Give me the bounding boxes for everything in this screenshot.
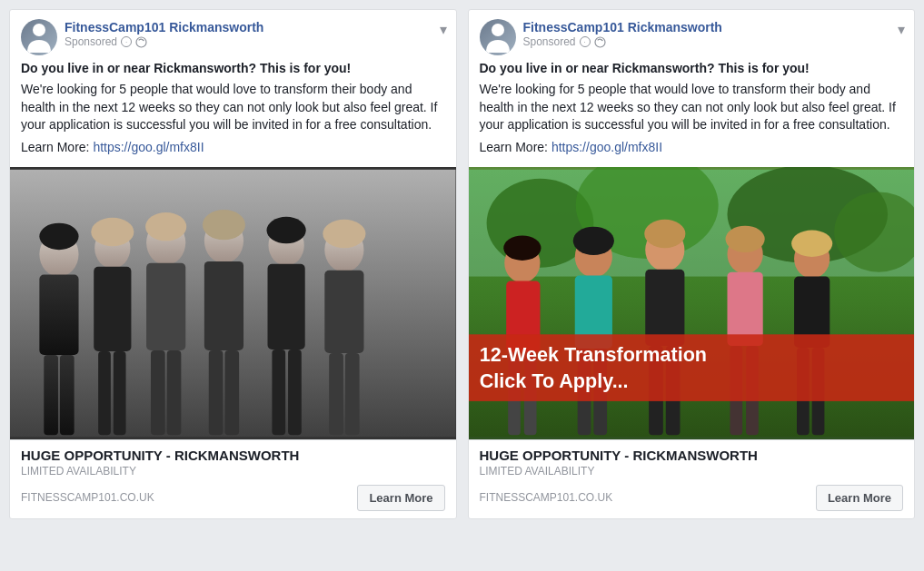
domain-2: FITNESSCAMP101.CO.UK: [480, 491, 613, 504]
footer-title-2: HUGE OPPORTUNITY - RICKMANSWORTH: [480, 448, 904, 463]
ad-card-1: FitnessCamp101 Rickmansworth Sponsored ·…: [9, 9, 457, 519]
svg-point-52: [644, 220, 685, 248]
color-group-svg: 12-Week Transformation Click To Apply...: [469, 167, 915, 439]
svg-point-33: [492, 24, 504, 36]
svg-point-30: [203, 210, 245, 240]
footer-title-1: HUGE OPPORTUNITY - RICKMANSWORTH: [21, 448, 445, 463]
sponsored-icon-2: ·: [580, 36, 591, 47]
ad-text-2: We're looking for 5 people that would lo…: [480, 81, 904, 134]
ad-header-2: FitnessCamp101 Rickmansworth Sponsored ·…: [469, 10, 915, 61]
svg-rect-17: [209, 350, 224, 435]
svg-rect-12: [146, 263, 185, 350]
svg-rect-21: [272, 349, 285, 435]
svg-rect-24: [324, 270, 363, 352]
ad-header-1: FitnessCamp101 Rickmansworth Sponsored ·…: [10, 10, 456, 61]
svg-rect-22: [288, 349, 302, 435]
ad-image-2: 12-Week Transformation Click To Apply...: [469, 167, 915, 439]
svg-rect-20: [268, 264, 305, 349]
ad-link-row-1: Learn More: https://goo.gl/mfx8II: [21, 140, 445, 154]
svg-rect-10: [114, 351, 126, 435]
svg-rect-26: [345, 353, 360, 435]
refresh-icon-1: [135, 36, 147, 48]
svg-point-29: [145, 212, 186, 241]
svg-rect-14: [167, 350, 182, 435]
svg-text:Click To Apply...: Click To Apply...: [479, 369, 628, 392]
learn-more-button-1[interactable]: Learn More: [357, 485, 444, 511]
svg-point-0: [33, 24, 45, 36]
ad-footer-1: HUGE OPPORTUNITY - RICKMANSWORTH LIMITED…: [10, 439, 456, 518]
footer-subtitle-1: LIMITED AVAILABILITY: [21, 465, 445, 477]
ad-body-2: Do you live in or near Rickmansworth? Th…: [469, 61, 915, 167]
svg-rect-9: [98, 351, 111, 435]
svg-rect-25: [329, 353, 343, 435]
ad-headline-2: Do you live in or near Rickmansworth? Th…: [480, 61, 904, 75]
ad-text-1: We're looking for 5 people that would lo…: [21, 81, 445, 134]
svg-rect-13: [151, 350, 165, 435]
ad-meta-2: FitnessCamp101 Rickmansworth Sponsored ·: [523, 19, 904, 48]
ad-link-2[interactable]: https://goo.gl/mfx8II: [551, 140, 662, 154]
avatar-1: [21, 19, 57, 55]
ad-card-2: FitnessCamp101 Rickmansworth Sponsored ·…: [468, 9, 916, 519]
svg-text:12-Week Transformation: 12-Week Transformation: [479, 343, 706, 366]
domain-1: FITNESSCAMP101.CO.UK: [21, 491, 154, 504]
svg-point-62: [791, 230, 832, 256]
svg-point-28: [91, 218, 134, 246]
svg-rect-8: [94, 267, 131, 351]
svg-rect-4: [39, 274, 78, 354]
avatar-2: [480, 19, 516, 55]
ad-meta-1: FitnessCamp101 Rickmansworth Sponsored ·: [65, 19, 445, 48]
ad-headline-1: Do you live in or near Rickmansworth? Th…: [21, 61, 445, 75]
sponsored-row-2: Sponsored ·: [523, 35, 904, 48]
page-name-1[interactable]: FitnessCamp101 Rickmansworth: [65, 19, 445, 35]
svg-point-47: [572, 226, 613, 254]
svg-point-42: [503, 235, 541, 260]
svg-point-27: [39, 222, 78, 249]
avatar-icon-1: [25, 22, 53, 53]
footer-bottom-1: FITNESSCAMP101.CO.UK Learn More: [21, 485, 445, 511]
ads-container: FitnessCamp101 Rickmansworth Sponsored ·…: [9, 9, 915, 519]
ad-footer-2: HUGE OPPORTUNITY - RICKMANSWORTH LIMITED…: [469, 439, 915, 518]
ad-link-row-2: Learn More: https://goo.gl/mfx8II: [480, 140, 904, 154]
ad-image-1: [10, 167, 456, 439]
svg-point-31: [267, 217, 306, 243]
avatar-icon-2: [484, 22, 512, 53]
refresh-icon-2: [594, 36, 606, 48]
footer-bottom-2: FITNESSCAMP101.CO.UK Learn More: [480, 485, 904, 511]
footer-subtitle-2: LIMITED AVAILABILITY: [480, 465, 904, 477]
ad-link-1[interactable]: https://goo.gl/mfx8II: [93, 140, 204, 154]
svg-point-57: [725, 225, 764, 251]
sponsored-row-1: Sponsored ·: [65, 35, 445, 48]
svg-rect-6: [60, 355, 75, 435]
ad-body-1: Do you live in or near Rickmansworth? Th…: [10, 61, 456, 167]
svg-rect-16: [204, 261, 243, 350]
learn-more-button-2[interactable]: Learn More: [816, 485, 903, 511]
svg-rect-18: [224, 350, 239, 435]
svg-point-32: [323, 220, 365, 248]
chevron-icon-2: ▾: [898, 21, 905, 38]
chevron-icon-1: ▾: [440, 21, 447, 38]
bw-group-svg: [10, 167, 456, 439]
page-name-2[interactable]: FitnessCamp101 Rickmansworth: [523, 19, 904, 35]
sponsored-icon-1: ·: [121, 36, 132, 47]
svg-rect-5: [44, 355, 58, 435]
